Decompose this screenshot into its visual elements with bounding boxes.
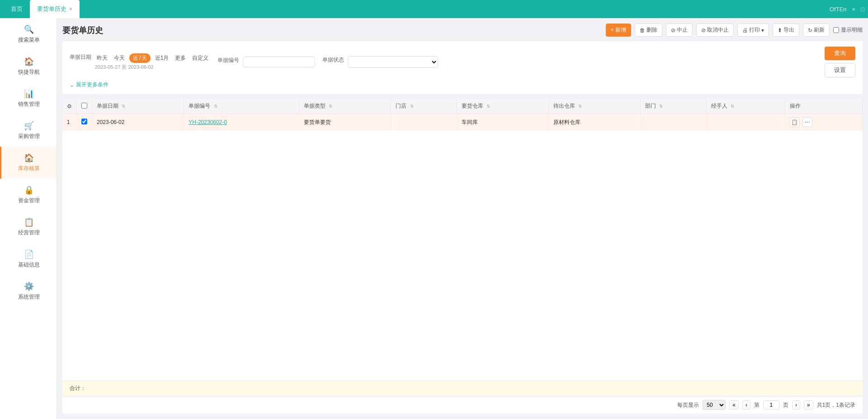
tab-close-icon[interactable]: × <box>69 6 72 12</box>
date-range-display: 2023-05-27 至 2023-06-02 <box>95 64 210 71</box>
often-label: OfTEn <box>830 6 847 13</box>
table-row: 1 2023-06-02 YH-20230602-0 要货单要货 车间库 <box>62 114 863 131</box>
th-date[interactable]: 单据日期 ⇅ <box>92 99 184 114</box>
td-dept <box>641 114 706 131</box>
tab-history[interactable]: 要货单历史 × <box>30 0 80 18</box>
date-shortcuts-container: 昨天 今天 近7天 近1月 更多 自定义 2023-05-27 至 2023-0… <box>95 53 210 71</box>
export-button[interactable]: ⬆ 导出 <box>773 24 799 37</box>
sidebar-item-system[interactable]: ⚙️ 系统管理 <box>0 275 57 307</box>
maximize-icon[interactable]: □ <box>861 6 864 13</box>
order-no-label: 单据编号 <box>217 57 239 64</box>
expand-filter-button[interactable]: ⌄ 展开更多条件 <box>70 81 855 89</box>
print-button[interactable]: 🖨 打印 ▾ <box>737 24 769 37</box>
td-store <box>391 114 457 131</box>
td-checkbox[interactable] <box>77 114 92 131</box>
first-page-button[interactable]: « <box>729 400 739 409</box>
filter-row-1: 单据日期 昨天 今天 近7天 近1月 更多 自定义 2023-05-27 至 2… <box>70 47 855 77</box>
tab-home[interactable]: 首页 <box>4 0 30 18</box>
sort-req-warehouse-icon: ⇅ <box>486 104 490 109</box>
operations-icon: 📋 <box>24 217 34 227</box>
search-icon: 🔍 <box>24 24 34 34</box>
shortcut-more[interactable]: 更多 <box>173 53 188 63</box>
more-action-icon[interactable]: ⋯ <box>802 117 812 127</box>
shortcut-yesterday[interactable]: 昨天 <box>95 53 109 63</box>
date-filter-section: 单据日期 昨天 今天 近7天 近1月 更多 自定义 2023-05-27 至 2… <box>70 53 210 71</box>
stop-icon: ⊘ <box>671 27 675 33</box>
sort-pending-warehouse-icon: ⇅ <box>578 104 582 109</box>
shortcut-1month[interactable]: 近1月 <box>153 53 171 63</box>
close-window-icon[interactable]: × <box>852 6 856 13</box>
shortcut-7days[interactable]: 近7天 <box>129 53 151 63</box>
delete-button[interactable]: 🗑 删除 <box>635 24 662 37</box>
th-req-warehouse[interactable]: 要货仓库 ⇅ <box>457 99 548 114</box>
sidebar-item-basic[interactable]: 📄 基础信息 <box>0 243 57 275</box>
th-settings[interactable]: ⚙ <box>62 99 77 114</box>
edit-action-icon[interactable]: 📋 <box>790 117 800 127</box>
th-pending-warehouse[interactable]: 待出仓库 ⇅ <box>548 99 640 114</box>
main-layout: 🔍 搜索菜单 🏠 快捷导航 📊 销售管理 🛒 采购管理 🏠 库存核算 🔒 资金管… <box>0 18 868 419</box>
per-page-select[interactable]: 10 20 50 100 <box>703 400 726 410</box>
sidebar-item-operations-label: 经营管理 <box>18 229 40 237</box>
table-header-row: ⚙ 单据日期 ⇅ 单据编号 ⇅ <box>62 99 863 114</box>
query-button-label: 查询 <box>834 50 846 57</box>
th-store[interactable]: 门店 ⇅ <box>391 99 457 114</box>
filter-settings-label: 设置 <box>834 67 846 73</box>
cart-icon: 🛒 <box>24 121 34 131</box>
sidebar-item-search-label: 搜索菜单 <box>18 36 40 44</box>
th-no-label: 单据编号 <box>189 103 210 109</box>
sidebar-item-search[interactable]: 🔍 搜索菜单 <box>0 18 57 50</box>
cancel-stop-button[interactable]: ⊘ 取消中止 <box>696 24 734 37</box>
cancel-stop-icon: ⊘ <box>701 27 706 33</box>
new-button-label: + 新增 <box>611 26 626 34</box>
refresh-button[interactable]: ↻ 刷新 <box>803 24 830 37</box>
display-detail-toggle[interactable]: 显示明细 <box>833 26 863 34</box>
sidebar-item-purchase[interactable]: 🛒 采购管理 <box>0 114 57 147</box>
pagination-bar: 每页显示 10 20 50 100 « ‹ 第 页 › » 共1页，1条记录 <box>62 396 863 414</box>
status-select[interactable] <box>348 56 438 68</box>
th-no[interactable]: 单据编号 ⇅ <box>184 99 299 114</box>
sidebar-item-inventory-label: 库存核算 <box>18 165 40 172</box>
page-number-input[interactable] <box>763 400 779 409</box>
sidebar-item-sales[interactable]: 📊 销售管理 <box>0 82 57 114</box>
sidebar-item-sales-label: 销售管理 <box>18 100 40 108</box>
gear-icon: ⚙️ <box>24 281 34 291</box>
tab-history-label: 要货单历史 <box>37 5 66 13</box>
home-icon: 🏠 <box>24 57 34 67</box>
stop-button[interactable]: ⊘ 中止 <box>666 24 693 37</box>
sidebar: 🔍 搜索菜单 🏠 快捷导航 📊 销售管理 🛒 采购管理 🏠 库存核算 🔒 资金管… <box>0 18 57 419</box>
sidebar-item-inventory[interactable]: 🏠 库存核算 <box>0 147 57 179</box>
order-no-input[interactable] <box>243 57 315 67</box>
prev-page-button[interactable]: ‹ <box>742 400 750 409</box>
td-pending-warehouse: 原材料仓库 <box>548 114 640 131</box>
sort-no-icon: ⇅ <box>214 104 217 109</box>
top-bar: 首页 要货单历史 × OfTEn × □ <box>0 0 868 18</box>
print-label: 打印 <box>749 26 760 34</box>
order-no-section: 单据编号 <box>217 57 315 67</box>
sidebar-item-finance-label: 资金管理 <box>18 197 40 205</box>
th-handler[interactable]: 经手人 ⇅ <box>706 99 785 114</box>
new-button[interactable]: + 新增 <box>606 24 631 37</box>
th-dept[interactable]: 部门 ⇅ <box>641 99 706 114</box>
print-icon: 🖨 <box>742 27 748 33</box>
th-type[interactable]: 单据类型 ⇅ <box>299 99 391 114</box>
th-store-label: 门店 <box>396 103 406 109</box>
expand-filter-label: 展开更多条件 <box>76 81 108 89</box>
order-no-link[interactable]: YH-20230602-0 <box>189 119 227 125</box>
query-button[interactable]: 查询 <box>825 47 855 60</box>
row-checkbox[interactable] <box>81 119 87 124</box>
sidebar-item-quicknav[interactable]: 🏠 快捷导航 <box>0 50 57 82</box>
sidebar-item-finance[interactable]: 🔒 资金管理 <box>0 179 57 211</box>
table-scroll[interactable]: ⚙ 单据日期 ⇅ 单据编号 ⇅ <box>62 99 863 381</box>
display-detail-checkbox[interactable] <box>833 27 839 33</box>
sidebar-item-operations[interactable]: 📋 经营管理 <box>0 211 57 243</box>
total-records-label: 共1页，1条记录 <box>817 401 855 409</box>
shortcut-custom[interactable]: 自定义 <box>190 53 210 63</box>
stop-label: 中止 <box>677 26 688 34</box>
basic-icon: 📄 <box>24 249 34 259</box>
th-handler-label: 经手人 <box>711 103 727 109</box>
select-all-checkbox[interactable] <box>81 103 87 109</box>
last-page-button[interactable]: » <box>804 400 813 409</box>
next-page-button[interactable]: › <box>792 400 800 409</box>
shortcut-today[interactable]: 今天 <box>112 53 127 63</box>
filter-settings-button[interactable]: 设置 <box>825 63 855 77</box>
